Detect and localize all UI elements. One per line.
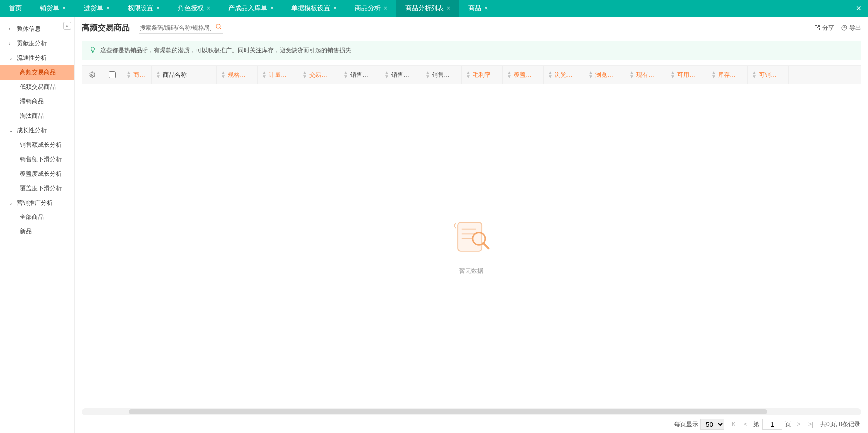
select-all-checkbox[interactable] [102,66,122,84]
first-page-button[interactable]: K [729,421,738,428]
tab-商品[interactable]: 商品× [459,0,497,17]
collapse-sidebar-button[interactable]: « [63,22,71,30]
column-header[interactable]: ▲▼商… [122,66,152,84]
sort-icon[interactable]: ▲▼ [126,71,131,79]
column-header[interactable]: ▲▼商品名称 [152,66,217,84]
tab-close-icon[interactable]: × [207,5,210,12]
search-icon[interactable] [215,23,222,32]
sidebar-group-营销推广分析[interactable]: ⌄营销推广分析 [0,196,74,210]
column-header[interactable]: ▲▼可销… [748,66,789,84]
page-total: 共0页, 0条记录 [820,420,860,429]
last-page-button[interactable]: >| [806,421,815,428]
column-header[interactable]: ▲▼销售… [421,66,462,84]
tab-close-icon[interactable]: × [106,5,110,12]
column-settings-button[interactable] [82,66,102,84]
sidebar-item-高频交易商品[interactable]: 高频交易商品 [0,65,74,80]
sort-icon[interactable]: ▲▼ [156,71,161,79]
sidebar-item-全部商品[interactable]: 全部商品 [0,210,74,224]
sort-icon[interactable]: ▲▼ [343,71,348,79]
sort-icon[interactable]: ▲▼ [711,71,716,79]
horizontal-scrollbar[interactable] [82,408,861,415]
svg-rect-4 [458,222,482,251]
tab-close-icon[interactable]: × [384,5,387,12]
sort-icon[interactable]: ▲▼ [629,71,634,79]
page-title: 高频交易商品 [82,23,130,33]
next-page-button[interactable]: > [794,421,803,428]
column-header[interactable]: ▲▼计量… [258,66,298,84]
column-header[interactable]: ▲▼浏览… [544,66,584,84]
sort-icon[interactable]: ▲▼ [302,71,307,79]
column-header[interactable]: ▲▼现有… [625,66,666,84]
column-header[interactable]: ▲▼毛利率 [462,66,503,84]
sidebar-item-新品[interactable]: 新品 [0,224,74,239]
page-size-select[interactable]: 50 [700,419,724,430]
column-header[interactable]: ▲▼销售… [380,66,421,84]
search-input[interactable] [139,22,223,34]
column-header[interactable]: ▲▼可用… [666,66,707,84]
tab-close-icon[interactable]: × [447,5,450,12]
sidebar-group-流通性分析[interactable]: ⌄流通性分析 [0,51,74,65]
column-header[interactable]: ▲▼覆盖… [503,66,544,84]
tab-close-icon[interactable]: × [270,5,274,12]
close-all-tabs-button[interactable]: × [852,0,865,17]
sort-icon[interactable]: ▲▼ [425,71,430,79]
bulb-icon [89,46,96,55]
sort-icon[interactable]: ▲▼ [262,71,267,79]
chevron-icon: ⌄ [9,128,14,133]
sort-icon[interactable]: ▲▼ [670,71,675,79]
prev-page-button[interactable]: < [741,421,750,428]
chevron-icon: ⌄ [9,55,14,61]
column-header[interactable]: ▲▼浏览… [584,66,625,84]
per-page-label: 每页显示 [674,420,698,429]
share-button[interactable]: 分享 [814,24,834,32]
export-button[interactable]: 导出 [841,24,861,32]
sidebar-item-低频交易商品[interactable]: 低频交易商品 [0,80,74,94]
sidebar-item-覆盖度成长分析[interactable]: 覆盖度成长分析 [0,167,74,181]
page-input[interactable] [762,419,782,430]
export-icon [841,25,847,31]
sidebar-group-成长性分析[interactable]: ⌄成长性分析 [0,123,74,138]
empty-icon [447,214,495,262]
sidebar-item-滞销商品[interactable]: 滞销商品 [0,94,74,109]
sidebar-group-贡献度分析[interactable]: ›贡献度分析 [0,36,74,51]
share-icon [814,25,820,31]
tab-产成品入库单[interactable]: 产成品入库单× [219,0,283,17]
tab-close-icon[interactable]: × [62,5,66,12]
column-header[interactable]: ▲▼规格… [217,66,258,84]
chevron-icon: › [9,41,14,46]
sort-icon[interactable]: ▲▼ [384,71,389,79]
tab-商品分析列表[interactable]: 商品分析列表× [396,0,459,17]
tab-首页[interactable]: 首页 [0,0,31,17]
toolbar: 高频交易商品 分享 导出 [75,17,868,39]
sort-icon[interactable]: ▲▼ [752,71,757,79]
sort-icon[interactable]: ▲▼ [466,71,471,79]
svg-line-1 [220,27,221,29]
sort-icon[interactable]: ▲▼ [588,71,593,79]
sort-icon[interactable]: ▲▼ [507,71,512,79]
column-header[interactable]: ▲▼库存… [707,66,748,84]
tab-商品分析[interactable]: 商品分析× [346,0,396,17]
sidebar-item-淘汰商品[interactable]: 淘汰商品 [0,109,74,123]
svg-point-3 [91,74,93,76]
empty-text: 暂无数据 [459,267,483,275]
tab-close-icon[interactable]: × [156,5,160,12]
tab-进货单[interactable]: 进货单× [75,0,119,17]
column-header[interactable]: ▲▼销售… [339,66,380,84]
tab-权限设置[interactable]: 权限设置× [119,0,169,17]
svg-line-9 [483,243,489,249]
sidebar: « ›整体信息›贡献度分析⌄流通性分析高频交易商品低频交易商品滞销商品淘汰商品⌄… [0,17,75,433]
sidebar-item-覆盖度下滑分析[interactable]: 覆盖度下滑分析 [0,181,74,196]
chevron-icon: › [9,26,14,32]
empty-state: 暂无数据 [82,84,861,406]
sort-icon[interactable]: ▲▼ [221,71,226,79]
tab-角色授权[interactable]: 角色授权× [169,0,219,17]
sidebar-item-销售额下滑分析[interactable]: 销售额下滑分析 [0,152,74,167]
tab-close-icon[interactable]: × [333,5,337,12]
sidebar-item-销售额成长分析[interactable]: 销售额成长分析 [0,138,74,152]
tab-销货单[interactable]: 销货单× [31,0,75,17]
table-header: ▲▼商…▲▼商品名称▲▼规格…▲▼计量…▲▼交易…▲▼销售…▲▼销售…▲▼销售…… [82,66,861,84]
column-header[interactable]: ▲▼交易… [298,66,339,84]
tab-close-icon[interactable]: × [484,5,488,12]
tab-单据模板设置[interactable]: 单据模板设置× [283,0,346,17]
sort-icon[interactable]: ▲▼ [548,71,553,79]
